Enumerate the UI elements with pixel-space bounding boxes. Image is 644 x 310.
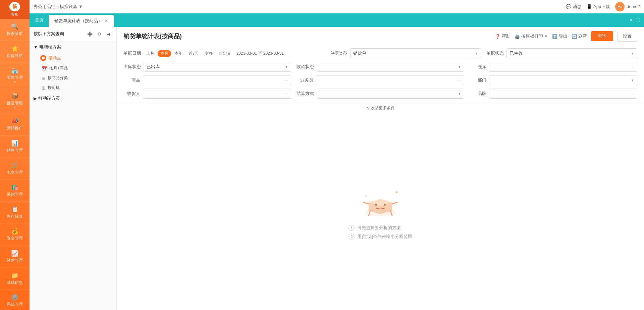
tree-item-by-cashier[interactable]: ⊞ 按司机: [34, 83, 116, 93]
svg-text:✦: ✦: [365, 194, 367, 198]
help-button[interactable]: ❓ 帮助: [495, 33, 511, 39]
sidebar-item-inventory[interactable]: 📋 库存核算: [0, 202, 30, 224]
storage-dots[interactable]: ···: [630, 64, 634, 69]
payment-chevron-icon: ▼: [458, 92, 461, 96]
user-profile-button[interactable]: Ea demo2: [615, 2, 640, 11]
svg-point-3: [375, 204, 377, 206]
svg-point-4: [384, 204, 386, 206]
user-name-label: demo2: [627, 4, 640, 9]
tree-expand-icon: ▼: [34, 45, 38, 50]
sidebar-item-purchase[interactable]: 🛍️ 采购管理: [0, 179, 30, 202]
tab-close-icon[interactable]: ✕: [104, 18, 108, 23]
date-tab-this-year[interactable]: 本年: [172, 50, 185, 57]
sidebar-item-quick[interactable]: ⭐ 快捷导航: [0, 41, 30, 63]
page-area: 按以下方案查询 ➕ ⚙ ◀ ▼ 电脑端方案: [30, 27, 644, 310]
tab-sales-stat[interactable]: 销货单统计表（按商品） ✕: [49, 15, 114, 27]
system-icon: ⚙️: [11, 294, 18, 301]
product-input[interactable]: ···: [143, 75, 291, 85]
empty-illustration: ✦ ✦: [359, 184, 402, 221]
collapse-panel-button[interactable]: ◀: [105, 30, 112, 38]
storage-input[interactable]: ···: [489, 62, 637, 72]
export-button[interactable]: ⬆️ 导出: [552, 33, 568, 39]
industry-selector[interactable]: 办公用品行业模拟账套 ▼: [34, 4, 83, 10]
collapse-bar[interactable]: ∧ 收起更多条件: [117, 103, 644, 113]
edit-scheme-button[interactable]: ⚙: [96, 30, 103, 38]
staff-dots[interactable]: ···: [457, 78, 461, 83]
print-arrow-icon[interactable]: ▼: [544, 34, 548, 39]
receipt-input[interactable]: ▼: [317, 62, 464, 72]
tab-home[interactable]: 首页: [30, 13, 49, 27]
tree-item-by-month-label: 按月+商品: [49, 65, 68, 71]
add-scheme-button[interactable]: ➕: [86, 30, 94, 38]
sidebar-item-finance[interactable]: 💰 资金管理: [0, 223, 30, 246]
date-tab-7days[interactable]: 近7天: [186, 50, 202, 57]
warehouse-input[interactable]: 已出库 ▼: [144, 62, 291, 72]
tree-item-by-category[interactable]: ⊞ 按商品分类: [34, 73, 116, 83]
date-tab-more[interactable]: 更多: [202, 50, 216, 57]
tree-desktop-parent[interactable]: ▼ 电脑端方案: [30, 41, 116, 53]
avatar: Ea: [615, 2, 625, 11]
print-label: 按模板打印: [521, 33, 543, 39]
tabbar: 首页 销货单统计表（按商品） ✕ ✕ ⛶: [30, 13, 644, 27]
step-2-text: 用[过滤]条件来缩小分析范围: [357, 234, 412, 240]
sidebar-item-wholesale-label: 批发管理: [7, 101, 23, 106]
payment-label: 结算方式: [297, 91, 314, 97]
product-label: 商品: [123, 77, 140, 83]
receiver-dots[interactable]: ···: [284, 91, 288, 96]
product-dots[interactable]: ···: [284, 78, 288, 83]
sidebar-item-ecom[interactable]: 🛒 电商管理: [0, 158, 30, 180]
window-close-icon[interactable]: ✕: [629, 18, 633, 23]
date-tab-this-month[interactable]: 本月: [158, 50, 171, 57]
payment-input[interactable]: ▼: [317, 89, 464, 99]
industry-label: 办公用品行业模拟账套: [34, 4, 77, 10]
brand-label: 品牌: [470, 91, 486, 97]
sidebar-item-ecom-label: 电商管理: [7, 170, 23, 175]
app-download-label: App下载: [593, 4, 610, 10]
settings-button[interactable]: 设置: [617, 31, 637, 42]
sidebar-item-retail[interactable]: 🏪 零售管理 ▼: [0, 63, 30, 88]
filter-row-2: 出库状态 已出库 ▼ 收款状态 ▼ 仓库: [123, 62, 637, 72]
tree-mobile-label: 移动端方案: [38, 95, 60, 101]
message-label: 消息: [573, 4, 581, 10]
date-tab-custom[interactable]: 自定义: [216, 50, 234, 57]
tree-item-by-month-product[interactable]: 📅 按月+商品: [34, 63, 116, 73]
industry-chevron-icon: ▼: [78, 4, 83, 9]
receiver-input[interactable]: ···: [143, 89, 291, 99]
print-button[interactable]: 🖨️ 按模板打印: [515, 33, 543, 39]
brand-dots[interactable]: ···: [630, 91, 634, 96]
message-button[interactable]: 💬 消息: [566, 4, 581, 10]
query-button[interactable]: 查询: [591, 31, 613, 41]
brand-input[interactable]: ···: [489, 89, 637, 99]
refresh-button[interactable]: 🔄 刷新: [572, 33, 587, 39]
filter-payment-field: 结算方式 ▼: [297, 89, 464, 99]
date-tabs: 上月 本月 本年 近7天 更多 自定义: [144, 50, 234, 57]
sidebar-item-system[interactable]: ⚙️ 系统管理: [0, 290, 30, 310]
tree-mobile-parent[interactable]: ▶ 移动端方案: [30, 93, 116, 104]
window-expand-icon[interactable]: ⛶: [636, 18, 640, 23]
sidebar-item-sales[interactable]: 📊 销售管理: [0, 136, 30, 158]
sidebar-item-operation[interactable]: 📈 经营管理: [0, 246, 30, 268]
home-label: 首页: [35, 17, 44, 23]
app-download-button[interactable]: 📱 App下载: [587, 4, 610, 10]
staff-label: 业务员: [297, 77, 313, 83]
date-controls: 上月 本月 本年 近7天 更多 自定义 2023-03-01 至 2023-03…: [144, 50, 325, 57]
filter-receiver-field: 收货人 ···: [123, 89, 291, 99]
dept-input[interactable]: ▼: [489, 75, 637, 85]
marketing-icon: 📣: [11, 117, 18, 125]
export-label: 导出: [559, 33, 568, 39]
sales-stat-label: 销货单统计表（按商品）: [54, 18, 102, 24]
status-input[interactable]: 已生效 ▼: [506, 48, 637, 58]
empty-steps: 1 请先选择要分析的方案 2 用[过滤]条件来缩小分析范围: [348, 225, 412, 240]
sidebar-item-marketing[interactable]: 📣 营销推广: [0, 113, 30, 136]
tree-item-by-product[interactable]: 按商品: [34, 53, 116, 63]
date-tab-last-month[interactable]: 上月: [144, 50, 157, 57]
sidebar-item-search[interactable]: 🔍 搜索菜单: [0, 19, 30, 41]
sidebar-item-basic[interactable]: 📁 基础信息: [0, 268, 30, 290]
tree-desktop-label: 电脑端方案: [39, 44, 61, 50]
type-input[interactable]: 销货单 ▼: [350, 48, 481, 58]
sidebar-item-wholesale[interactable]: 📦 批发管理 ▲: [0, 88, 30, 114]
category-icon: ⊞: [42, 75, 46, 81]
staff-input[interactable]: ···: [316, 75, 464, 85]
warehouse-label: 出库状态: [123, 64, 141, 70]
collapse-label: ∧ 收起更多条件: [366, 105, 394, 111]
